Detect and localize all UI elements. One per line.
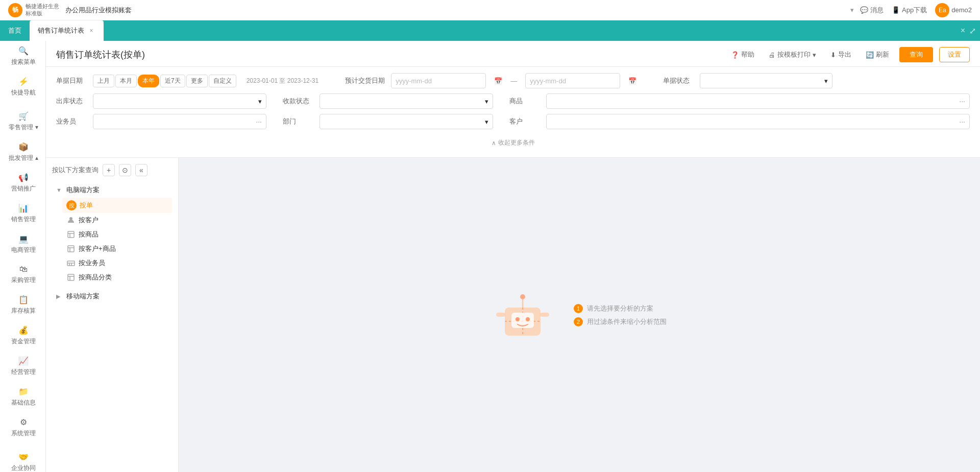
tab-maximize-btn[interactable]: ⤢ (969, 26, 976, 36)
mobile-section-label: 移动端方案 (66, 292, 100, 301)
collapse-panel-btn[interactable]: « (135, 164, 148, 176)
goods-more-icon[interactable]: ··· (959, 97, 965, 105)
app-download-btn[interactable]: 📱 App下载 (892, 6, 927, 15)
export-btn[interactable]: ⬇ 导出 (826, 48, 855, 61)
plan-item-by-goods-category[interactable]: 按商品分类 (62, 270, 172, 285)
query-btn[interactable]: 查询 (899, 47, 933, 62)
date-separator: — (508, 77, 519, 85)
sidebar-item-enterprise[interactable]: 🤝 企业协同 (0, 447, 45, 472)
sidebar-item-operations[interactable]: 📈 经营管理 (0, 351, 45, 382)
help-btn[interactable]: ❓ 帮助 (727, 48, 758, 61)
sidebar-item-inventory[interactable]: 📋 库存核算 (0, 290, 45, 320)
sidebar-item-purchase[interactable]: 🛍 采购管理 (0, 259, 45, 290)
date-btn-last-7-days[interactable]: 近7天 (160, 75, 185, 87)
collection-status-select[interactable]: ▾ (320, 93, 493, 109)
add-icon: + (107, 166, 111, 174)
svg-point-18 (516, 317, 520, 321)
hint-item-1: 1 请先选择要分析的方案 (574, 304, 653, 313)
salesperson-select[interactable]: ··· (93, 114, 266, 129)
plan-item-by-salesperson[interactable]: 按业务员 (62, 256, 172, 270)
sidebar-item-search-menu[interactable]: 🔍 搜索菜单 (0, 41, 45, 72)
system-icon: ⚙ (20, 417, 27, 427)
expected-date-label: 预计交货日期 (345, 76, 385, 85)
topbar: 畅 畅捷通好生意 标准版 办公用品行业模拟账套 ▾ 💬 消息 📱 App下载 E… (0, 0, 980, 20)
print-dropdown-icon: ▾ (813, 51, 816, 59)
message-btn[interactable]: 💬 消息 (860, 6, 884, 15)
expected-date-end-input[interactable] (525, 73, 620, 88)
by-goods-category-label: 按商品分类 (79, 273, 112, 282)
department-select[interactable]: ▾ (320, 114, 493, 129)
goods-label: 商品 (509, 97, 540, 106)
plan-item-by-customer[interactable]: 按客户 (62, 213, 172, 227)
by-customer-icon (66, 216, 76, 225)
add-plan-btn[interactable]: + (103, 164, 115, 176)
sidebar-item-basic-info[interactable]: 📁 基础信息 (0, 382, 45, 412)
delivery-status-select[interactable]: ▾ (93, 93, 266, 109)
date-btn-this-year[interactable]: 本年 (138, 75, 159, 87)
filter-row-1: 单据日期 上月 本月 本年 近7天 更多 自定义 2023-01-01 至 20… (56, 73, 970, 88)
sidebar-item-ecommerce[interactable]: 💻 电商管理 (0, 229, 45, 259)
calendar-icon-2[interactable]: 📅 (628, 77, 636, 85)
tab-sales-order-stat[interactable]: 销售订单统计表 × (30, 20, 104, 41)
date-btn-custom[interactable]: 自定义 (209, 75, 236, 87)
basic-info-icon: 📁 (18, 387, 29, 396)
search-menu-icon: 🔍 (18, 46, 29, 56)
calendar-icon-1[interactable]: 📅 (494, 77, 502, 85)
tabbar: 首页 销售订单统计表 × × ⤢ (0, 20, 980, 41)
user-menu[interactable]: Ea demo2 (935, 3, 972, 17)
goods-select[interactable]: ··· (546, 93, 970, 109)
plan-item-by-bill[interactable]: 按 按单 (62, 198, 172, 213)
refresh-icon: 🔄 (866, 51, 874, 59)
marketing-icon: 📢 (18, 173, 29, 182)
main-layout: 🔍 搜索菜单 ⚡ 快捷导航 🛒 零售管理 ▾ 📦 批发管理 ▴ 📢 营销推广 📊… (0, 41, 980, 472)
expected-date-start-input[interactable] (391, 73, 486, 88)
sidebar-item-quick-nav[interactable]: ⚡ 快捷导航 (0, 72, 45, 102)
logo-text: 畅捷通好生意 标准版 (26, 3, 59, 16)
department-dropdown-icon: ▾ (485, 118, 488, 126)
customer-select[interactable]: ··· (546, 114, 970, 129)
date-range-text: 2023-01-01 至 2023-12-31 (247, 77, 318, 85)
salesperson-more-icon[interactable]: ··· (256, 117, 262, 126)
tab-home[interactable]: 首页 (0, 20, 30, 41)
tab-close-all-btn[interactable]: × (961, 26, 965, 35)
mobile-section-header[interactable]: ▶ 移动端方案 (52, 289, 172, 304)
page-actions: ❓ 帮助 🖨 按模板打印 ▾ ⬇ 导出 🔄 刷新 查询 设置 (727, 47, 970, 62)
left-panel: 按以下方案查询 + ⊙ « ▼ (46, 158, 179, 472)
sidebar-item-system[interactable]: ⚙ 系统管理 (0, 412, 45, 443)
date-btn-last-month[interactable]: 上月 (93, 75, 114, 87)
bill-status-label: 单据状态 (663, 76, 694, 85)
sidebar-item-marketing[interactable]: 📢 营销推广 (0, 168, 45, 198)
print-btn[interactable]: 🖨 按模板打印 ▾ (765, 48, 820, 61)
collapse-bar[interactable]: ∧ 收起更多条件 (56, 134, 970, 151)
sidebar-item-wholesale[interactable]: 📦 批发管理 ▴ (0, 137, 45, 168)
plan-item-by-customer-goods[interactable]: 按客户+商品 (62, 242, 172, 256)
edit-plan-btn[interactable]: ⊙ (119, 164, 131, 176)
plan-item-by-goods[interactable]: 按商品 (62, 227, 172, 242)
empty-hints: 1 请先选择要分析的方案 2 用过滤条件来缩小分析范围 (574, 304, 667, 326)
collection-status-dropdown-icon: ▾ (485, 98, 488, 105)
by-customer-goods-icon (66, 244, 76, 253)
svg-rect-11 (68, 274, 74, 280)
sidebar-item-sales[interactable]: 📊 销售管理 (0, 198, 45, 229)
sidebar-item-retail[interactable]: 🛒 零售管理 ▾ (0, 106, 45, 137)
svg-point-23 (520, 294, 525, 299)
svg-rect-20 (496, 313, 505, 317)
bill-date-label: 单据日期 (56, 76, 87, 85)
svg-rect-21 (540, 313, 549, 317)
filter-row-3: 业务员 ··· 部门 ▾ 客户 ··· (56, 114, 970, 129)
bill-status-select[interactable]: ▾ (700, 73, 832, 88)
mobile-section: ▶ 移动端方案 (52, 289, 172, 304)
refresh-btn[interactable]: 🔄 刷新 (862, 48, 893, 61)
date-btn-more[interactable]: 更多 (186, 75, 208, 87)
sidebar-item-finance[interactable]: 💰 资金管理 (0, 320, 45, 351)
by-customer-goods-label: 按客户+商品 (79, 244, 116, 253)
pc-section-header[interactable]: ▼ 电脑端方案 (52, 182, 172, 198)
user-avatar: Ea (935, 3, 949, 17)
date-btn-this-month[interactable]: 本月 (115, 75, 137, 87)
customer-more-icon[interactable]: ··· (959, 117, 965, 126)
by-goods-category-icon (66, 273, 76, 282)
tab-close-btn[interactable]: × (87, 27, 95, 35)
settings-btn[interactable]: 设置 (939, 47, 970, 62)
lower-section: 按以下方案查询 + ⊙ « ▼ (46, 158, 980, 472)
topbar-dropdown-icon[interactable]: ▾ (850, 6, 854, 14)
